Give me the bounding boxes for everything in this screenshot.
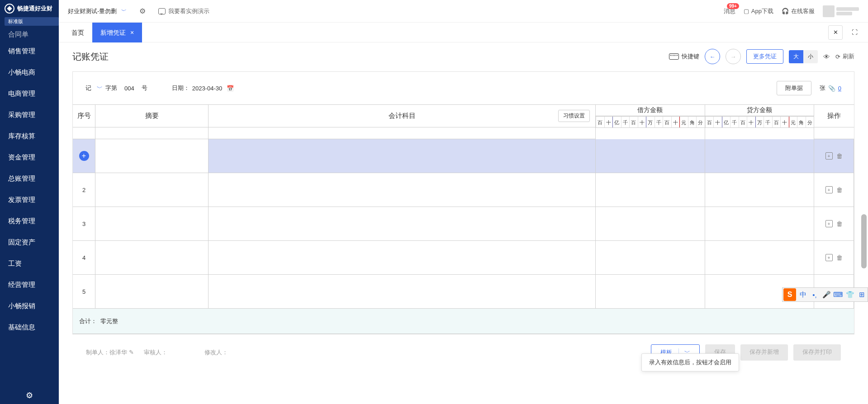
calendar-icon[interactable]: 📅: [227, 85, 234, 92]
table-row[interactable]: 2+🗑: [73, 173, 854, 207]
row-seq: 5: [82, 288, 85, 295]
service-link[interactable]: 🎧 在线客服: [782, 7, 815, 15]
sidebar-settings[interactable]: ⚙: [0, 387, 59, 404]
more-vouchers-button[interactable]: 更多凭证: [746, 49, 783, 64]
size-big[interactable]: 大: [789, 50, 803, 63]
account-cell[interactable]: [209, 207, 596, 240]
table-row[interactable]: 5+🗑: [73, 275, 854, 309]
copy-row-icon[interactable]: +: [825, 254, 833, 261]
row-seq: 4: [82, 254, 85, 261]
sheets-label: 张: [820, 84, 825, 92]
app-download-link[interactable]: ▢ App下载: [744, 7, 773, 15]
refresh-button[interactable]: ⟳ 刷新: [835, 52, 854, 61]
row-seq: 3: [82, 221, 85, 227]
close-panel-button[interactable]: ✕: [828, 25, 843, 40]
user-profile[interactable]: [823, 5, 859, 17]
chevron-down-icon[interactable]: ﹀: [97, 84, 103, 92]
sidebar-item-funds[interactable]: 资金管理: [0, 147, 59, 168]
copy-row-icon[interactable]: +: [825, 186, 833, 193]
delete-row-icon[interactable]: 🗑: [836, 220, 843, 227]
brand-text: 畅捷通好业财: [17, 5, 52, 13]
digit-label: 百: [596, 117, 604, 127]
date-input[interactable]: 2023-04-30: [192, 85, 223, 92]
clip-icon[interactable]: 📎: [828, 85, 835, 92]
sidebar-item-basic[interactable]: 基础信息: [0, 317, 59, 338]
size-small[interactable]: 小: [803, 50, 818, 63]
sidebar-item-invoice[interactable]: 发票管理: [0, 189, 59, 211]
ime-skin-icon[interactable]: 👕: [844, 291, 856, 299]
sidebar-item-inventory[interactable]: 库存核算: [0, 126, 59, 147]
sidebar-item-purchase[interactable]: 采购管理: [0, 104, 59, 126]
delete-row-icon[interactable]: 🗑: [836, 254, 843, 261]
account-cell[interactable]: [209, 173, 596, 207]
eye-icon[interactable]: 👁: [823, 53, 830, 61]
copy-row-icon[interactable]: +: [825, 220, 833, 227]
digit-label: 十: [638, 117, 646, 127]
summary-input[interactable]: [98, 140, 206, 172]
next-voucher-button[interactable]: →: [726, 49, 741, 64]
size-toggle[interactable]: 大 小: [789, 50, 818, 63]
chevron-down-icon: ﹀: [121, 7, 127, 15]
tab-new-voucher[interactable]: 新增凭证 ×: [92, 23, 142, 42]
digit-label: 十: [713, 117, 722, 127]
digit-label: 角: [797, 117, 806, 127]
edit-icon[interactable]: ✎: [129, 349, 134, 356]
copy-row-icon[interactable]: +: [825, 152, 833, 160]
refresh-label: 刷新: [843, 52, 854, 61]
sidebar-item-ops[interactable]: 经营管理: [0, 274, 59, 296]
table-row[interactable]: 3+🗑: [73, 207, 854, 241]
add-row-button[interactable]: +: [79, 151, 89, 161]
ime-keyboard-icon[interactable]: ⌨: [832, 291, 844, 299]
voucher-number-input[interactable]: 004: [120, 85, 139, 92]
habit-settings-button[interactable]: 习惯设置: [558, 110, 590, 122]
sidebar-item-xc-ecom[interactable]: 小畅电商: [0, 62, 59, 83]
digit-label: 亿: [612, 117, 621, 127]
sidebar-item-assets[interactable]: 固定资产: [0, 232, 59, 253]
sidebar-item-sales[interactable]: 销售管理: [0, 41, 59, 62]
digit-label: 百: [705, 117, 714, 127]
tab-home[interactable]: 首页: [63, 23, 92, 42]
fullscreen-button[interactable]: ⛶: [847, 25, 862, 40]
sheets-count[interactable]: 0: [838, 85, 841, 92]
col-debit: 借方金额: [596, 105, 705, 116]
ime-punct-icon[interactable]: •,: [809, 291, 821, 299]
scrollbar[interactable]: [861, 214, 867, 268]
sidebar-item-reimburse[interactable]: 小畅报销: [0, 296, 59, 317]
edition-tag: 标准版: [5, 17, 59, 26]
demo-link[interactable]: 我要看实例演示: [158, 7, 209, 15]
close-icon[interactable]: ×: [130, 29, 134, 36]
sidebar-item-tax[interactable]: 税务管理: [0, 211, 59, 232]
account-cell[interactable]: [209, 241, 596, 274]
voucher-type-select[interactable]: 记: [85, 84, 97, 92]
col-account: 会计科目: [389, 112, 416, 120]
table-row[interactable]: 4+🗑: [73, 241, 854, 275]
shortcut-button[interactable]: 快捷键: [669, 52, 699, 61]
digit-label: 亿: [722, 117, 730, 127]
gear-icon[interactable]: ⚙: [139, 7, 146, 15]
shortcut-label: 快捷键: [682, 52, 699, 61]
delete-row-icon[interactable]: 🗑: [836, 152, 843, 160]
row-seq: 2: [82, 187, 85, 193]
sidebar-item-cut[interactable]: 合同单: [0, 28, 59, 41]
ime-toolbar[interactable]: S 中 •, 🎤 ⌨ 👕 ⊞: [782, 287, 868, 302]
messages-link[interactable]: 消息 99+: [721, 7, 735, 15]
tab-label: 新增凭证: [100, 29, 126, 36]
project-selector[interactable]: 好业财测试-量勿删 ﹀: [63, 7, 131, 15]
sidebar-item-gl[interactable]: 总账管理: [0, 168, 59, 189]
account-cell[interactable]: [209, 139, 596, 173]
ime-mic-icon[interactable]: 🎤: [821, 291, 832, 299]
table-row[interactable]: ++🗑: [73, 139, 854, 173]
prev-voucher-button[interactable]: ←: [705, 49, 720, 64]
account-cell[interactable]: [209, 275, 596, 308]
app-label: App下载: [751, 7, 773, 15]
digit-label: 百: [663, 117, 671, 127]
digit-label: 百: [772, 117, 781, 127]
digit-label: 十: [747, 117, 755, 127]
attach-button[interactable]: 附单据: [777, 81, 811, 95]
ime-lang[interactable]: 中: [797, 291, 809, 299]
modifier-label: 修改人：: [204, 348, 228, 357]
ime-menu-icon[interactable]: ⊞: [856, 291, 868, 299]
sidebar-item-ecom[interactable]: 电商管理: [0, 83, 59, 104]
delete-row-icon[interactable]: 🗑: [836, 186, 843, 193]
sidebar-item-salary[interactable]: 工资: [0, 253, 59, 274]
